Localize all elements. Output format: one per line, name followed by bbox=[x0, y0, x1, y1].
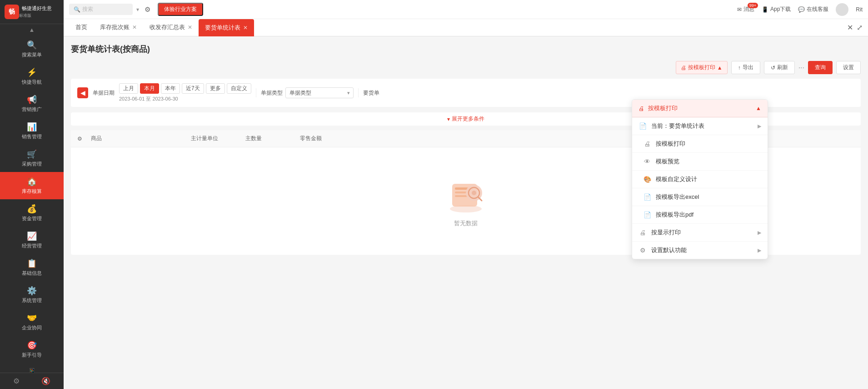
tab-receipt-summary[interactable]: 收发存汇总表 ✕ bbox=[143, 19, 199, 36]
th-product: 商品 bbox=[91, 135, 191, 142]
page-content: 要货单统计表(按商品) 🖨 按模板打印 ▲ ↑ 导出 ↺ 刷新 bbox=[64, 36, 868, 389]
sidebar-item-enterprise[interactable]: 🤝 企业协同 bbox=[0, 308, 64, 336]
sidebar-item-marketing[interactable]: 📢 营销推广 bbox=[0, 90, 64, 117]
th-settings[interactable]: ⚙ bbox=[77, 136, 91, 142]
sidebar-item-search[interactable]: 🔍 搜索菜单 bbox=[0, 35, 64, 63]
display-print-chevron: ▶ bbox=[758, 230, 761, 236]
tabs-right-controls: ✕ ⤢ bbox=[847, 23, 863, 32]
type-select[interactable]: 单据类型 bbox=[285, 87, 354, 98]
th-qty: 主数量 bbox=[245, 135, 300, 142]
export-button[interactable]: ↑ 导出 bbox=[731, 61, 760, 74]
sidebar-item-purchase[interactable]: 🛒 采购管理 bbox=[0, 145, 64, 172]
tab-home[interactable]: 首页 bbox=[69, 19, 94, 36]
sidebar-item-sales[interactable]: 📊 销售管理 bbox=[0, 117, 64, 145]
column-settings-icon[interactable]: ⚙ bbox=[77, 136, 82, 142]
logo-icon: 畅 bbox=[5, 5, 19, 19]
tab-inventory-batch[interactable]: 库存批次账 ✕ bbox=[94, 19, 143, 36]
trial-button[interactable]: 体验行业方案 bbox=[158, 3, 203, 16]
settings-icon[interactable]: ⚙ bbox=[13, 377, 20, 385]
tab-close-all-icon[interactable]: ✕ bbox=[847, 23, 853, 32]
dropdown-item-template-pdf[interactable]: 📄 按模板导出pdf bbox=[632, 206, 768, 224]
template-excel-icon: 📄 bbox=[643, 193, 651, 201]
sidebar: 畅 畅捷通好生意 标准版 ▲ 🔍 搜索菜单 ⚡ 快捷导航 📢 营销推广 📊 销售… bbox=[0, 0, 64, 389]
page-title: 要货单统计表(按商品) bbox=[71, 44, 861, 55]
more-actions-icon[interactable]: ··· bbox=[798, 64, 804, 72]
date-this-year[interactable]: 本年 bbox=[161, 83, 180, 94]
message-icon: ✉ bbox=[737, 6, 742, 13]
message-badge: 99+ bbox=[748, 3, 758, 8]
sidebar-item-label: 库存核算 bbox=[22, 188, 42, 195]
app-logo: 畅 畅捷通好生意 标准版 bbox=[0, 0, 64, 24]
current-template-icon: 📄 bbox=[639, 122, 647, 130]
enterprise-icon: 🤝 bbox=[27, 313, 37, 323]
search-icon: 🔍 bbox=[74, 6, 80, 13]
tab-receipt-summary-label: 收发存汇总表 bbox=[150, 23, 185, 31]
search-box[interactable]: 🔍 搜索 bbox=[69, 4, 133, 15]
system-icon: ⚙️ bbox=[27, 286, 37, 296]
date-prev-month[interactable]: 上月 bbox=[119, 83, 138, 94]
username-label[interactable]: Rit bbox=[856, 6, 863, 13]
date-this-month[interactable]: 本月 bbox=[140, 83, 159, 94]
user-avatar[interactable] bbox=[836, 3, 848, 16]
topbar-gear-icon[interactable]: ⚙ bbox=[145, 5, 150, 14]
refresh-button[interactable]: ↺ 刷新 bbox=[764, 61, 795, 74]
print-template-button[interactable]: 🖨 按模板打印 ▲ bbox=[676, 61, 728, 74]
sidebar-item-label: 系统管理 bbox=[22, 297, 42, 304]
sidebar-item-finance[interactable]: 💰 资金管理 bbox=[0, 199, 64, 227]
sidebar-item-label: 资金管理 bbox=[22, 215, 42, 222]
date-buttons: 上月 本月 本年 近7天 更多 自定义 bbox=[119, 83, 251, 94]
message-button[interactable]: ✉ 消息 99+ bbox=[737, 5, 754, 13]
marketing-icon: 📢 bbox=[27, 95, 37, 105]
date-7days[interactable]: 近7天 bbox=[182, 83, 204, 94]
dropdown-collapse-icon[interactable]: ▲ bbox=[756, 105, 761, 111]
template-custom-icon: 🎨 bbox=[643, 176, 651, 183]
empty-illustration bbox=[443, 175, 489, 216]
sidebar-item-label: 营销推广 bbox=[22, 106, 42, 113]
dropdown-item-template-excel[interactable]: 📄 按模板导出excel bbox=[632, 188, 768, 206]
dropdown-default-func[interactable]: ⚙ 设置默认功能 ▶ bbox=[632, 242, 768, 259]
app-download-button[interactable]: 📱 App下载 bbox=[762, 5, 791, 13]
dropdown-item-template-preview[interactable]: 👁 模板预览 bbox=[632, 153, 768, 171]
sidebar-item-label: 采购管理 bbox=[22, 161, 42, 167]
tab-inventory-batch-close[interactable]: ✕ bbox=[132, 24, 137, 30]
dropdown-current-template[interactable]: 📄 当前：要货单统计表 ▶ bbox=[632, 117, 768, 135]
export-icon: ↑ bbox=[738, 65, 741, 71]
sidebar-item-newbie[interactable]: 🎯 新手引导 bbox=[0, 336, 64, 363]
date-custom[interactable]: 自定义 bbox=[227, 83, 251, 94]
dropdown-display-print[interactable]: 🖨 按显示打印 ▶ bbox=[632, 224, 768, 242]
tab-order-stats[interactable]: 要货单统计表 ✕ bbox=[199, 19, 254, 36]
tabs-bar: 首页 库存批次账 ✕ 收发存汇总表 ✕ 要货单统计表 ✕ ✕ ⤢ bbox=[64, 19, 868, 36]
date-more[interactable]: 更多 bbox=[206, 83, 225, 94]
app-badge: 标准版 bbox=[19, 13, 52, 19]
settings-button[interactable]: 设置 bbox=[836, 61, 861, 74]
search-placeholder: 搜索 bbox=[82, 5, 93, 13]
online-service-button[interactable]: 💬 在线客服 bbox=[798, 5, 828, 13]
search-chevron-icon[interactable]: ▾ bbox=[136, 6, 139, 13]
dropdown-item-template-print[interactable]: 🖨 按模板打印 bbox=[632, 135, 768, 153]
sidebar-item-basic[interactable]: 📋 基础信息 bbox=[0, 254, 64, 281]
scroll-up-btn[interactable]: ▲ bbox=[0, 24, 64, 35]
print-icon: 🖨 bbox=[681, 65, 686, 71]
current-template-chevron: ▶ bbox=[758, 123, 761, 129]
goods-type-label: 要货单 bbox=[363, 89, 379, 97]
tab-maximize-icon[interactable]: ⤢ bbox=[857, 23, 863, 32]
type-filter-label: 单据类型 bbox=[261, 89, 283, 97]
query-button[interactable]: 查询 bbox=[808, 61, 833, 74]
topbar-right: ✉ 消息 99+ 📱 App下载 💬 在线客服 Rit bbox=[737, 3, 863, 16]
tab-order-stats-close[interactable]: ✕ bbox=[243, 25, 248, 31]
filter-divider2 bbox=[358, 88, 359, 97]
sidebar-item-system[interactable]: ⚙️ 系统管理 bbox=[0, 281, 64, 308]
tab-home-label: 首页 bbox=[75, 23, 87, 31]
template-pdf-icon: 📄 bbox=[643, 211, 651, 218]
main-area: 🔍 搜索 ▾ ⚙ 体验行业方案 ✉ 消息 99+ 📱 App下载 💬 在线客服 … bbox=[64, 0, 868, 389]
tab-receipt-summary-close[interactable]: ✕ bbox=[188, 24, 192, 30]
display-print-label: 按显示打印 bbox=[651, 228, 681, 237]
sidebar-item-apps[interactable]: 📱 应用中心 bbox=[0, 363, 64, 373]
filter-collapse-button[interactable]: ◀ bbox=[77, 87, 88, 98]
sidebar-item-quick-nav[interactable]: ⚡ 快捷导航 bbox=[0, 63, 64, 90]
dropdown-item-template-custom[interactable]: 🎨 模板自定义设计 bbox=[632, 171, 768, 188]
display-print-icon: 🖨 bbox=[639, 229, 647, 236]
sidebar-item-operations[interactable]: 📈 经营管理 bbox=[0, 227, 64, 254]
sidebar-item-inventory[interactable]: 🏠 库存核算 bbox=[0, 172, 64, 199]
mute-icon[interactable]: 🔇 bbox=[41, 377, 50, 385]
